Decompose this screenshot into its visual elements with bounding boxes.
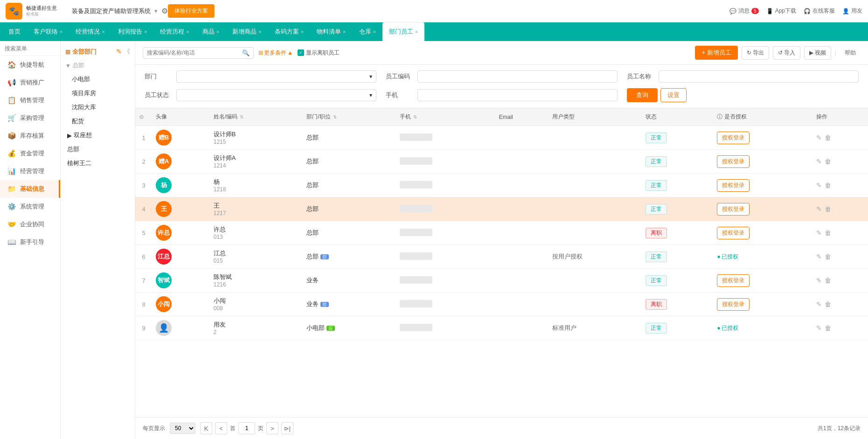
phone-input[interactable] bbox=[417, 89, 618, 101]
col-settings-header[interactable]: ⚙ bbox=[135, 108, 152, 126]
sidebar-search-input[interactable] bbox=[5, 45, 61, 52]
nav-tab-bom[interactable]: 物料清单 × bbox=[310, 22, 352, 41]
nav-tab-goods[interactable]: 商品 × bbox=[196, 22, 226, 41]
message-btn[interactable]: 💬 消息 5 bbox=[729, 7, 759, 15]
edit-icon[interactable]: ✎ bbox=[816, 300, 822, 308]
nav-tab-home[interactable]: 首页 bbox=[2, 22, 27, 41]
import-button[interactable]: ↺ 导入 bbox=[773, 46, 800, 60]
page-number-input[interactable] bbox=[238, 422, 255, 434]
close-icon[interactable]: × bbox=[373, 29, 376, 35]
edit-icon[interactable]: ✎ bbox=[816, 134, 822, 141]
sidebar-item-sales[interactable]: 📋 销售管理 bbox=[0, 91, 60, 109]
edit-icon[interactable]: ✎ bbox=[816, 229, 822, 237]
tree-item-plant-tree[interactable]: 植树王二 bbox=[61, 156, 135, 170]
nav-tab-operation-history[interactable]: 经营历程 × bbox=[153, 22, 195, 41]
nav-tab-customer[interactable]: 客户联络 × bbox=[27, 22, 69, 41]
delete-icon[interactable]: 🗑 bbox=[825, 134, 831, 141]
delete-icon[interactable]: 🗑 bbox=[825, 158, 831, 165]
close-icon[interactable]: × bbox=[301, 29, 304, 35]
close-icon[interactable]: × bbox=[186, 29, 189, 35]
edit-icon[interactable]: ✎ bbox=[816, 324, 822, 332]
sidebar-item-operation[interactable]: 📊 经营管理 bbox=[0, 162, 60, 180]
app-download-btn[interactable]: 📱 App下载 bbox=[766, 7, 796, 15]
nav-tab-operation-status[interactable]: 经营情况 × bbox=[69, 22, 111, 41]
delete-icon[interactable]: 🗑 bbox=[825, 205, 831, 213]
sidebar-item-system[interactable]: ⚙️ 系统管理 bbox=[0, 198, 60, 216]
sidebar-item-guide[interactable]: 📖 新手引导 bbox=[0, 233, 60, 251]
col-phone[interactable]: 手机 ⇅ bbox=[396, 108, 495, 126]
next-page-btn[interactable]: > bbox=[266, 422, 278, 434]
col-dept-position[interactable]: 部门/职位 ⇅ bbox=[303, 108, 396, 126]
edit-icon[interactable]: ✎ bbox=[816, 205, 822, 213]
close-icon[interactable]: × bbox=[60, 29, 62, 35]
sidebar-item-quick-nav[interactable]: 🏠 快捷导航 bbox=[0, 56, 60, 74]
dept-select[interactable]: ▾ bbox=[176, 70, 376, 83]
tree-item-project-storage[interactable]: 项目库房 bbox=[61, 86, 135, 100]
per-page-select[interactable]: 50 100 bbox=[170, 423, 195, 434]
tree-item-headquarters[interactable]: 总部 bbox=[61, 142, 135, 156]
edit-icon[interactable]: ✎ bbox=[816, 181, 822, 189]
auth-login-button[interactable]: 授权登录 bbox=[717, 132, 750, 144]
nav-tab-profit[interactable]: 利润报告 × bbox=[111, 22, 153, 41]
add-employee-button[interactable]: + 新增员工 bbox=[695, 46, 737, 60]
nav-tab-barcode[interactable]: 条码方案 × bbox=[268, 22, 310, 41]
close-icon[interactable]: × bbox=[258, 29, 261, 35]
sidebar-item-basic-info[interactable]: 📁 基础信息 bbox=[0, 180, 60, 198]
sidebar-item-finance[interactable]: 💰 资金管理 bbox=[0, 145, 60, 162]
edit-icon[interactable]: ✎ bbox=[816, 277, 822, 284]
tree-item-shenyang[interactable]: 沈阳大库 bbox=[61, 100, 135, 114]
close-icon[interactable]: × bbox=[144, 29, 147, 35]
first-page-btn[interactable]: K bbox=[200, 422, 212, 434]
tree-item-distribution[interactable]: 配货 bbox=[61, 114, 135, 128]
help-button[interactable]: 帮助 bbox=[840, 47, 861, 59]
tree-expand-icon2[interactable]: ▶ bbox=[67, 132, 72, 139]
auth-login-button[interactable]: 授权登录 bbox=[717, 298, 750, 311]
dropdown-icon[interactable]: ▾ bbox=[154, 7, 158, 14]
close-icon[interactable]: × bbox=[343, 29, 346, 35]
nav-tab-warehouse[interactable]: 仓库 × bbox=[353, 22, 382, 41]
sidebar-item-inventory[interactable]: 📦 库存核算 bbox=[0, 127, 60, 145]
delete-icon[interactable]: 🗑 bbox=[825, 229, 831, 237]
view-button[interactable]: ▶ 视频 bbox=[804, 46, 831, 60]
delete-icon[interactable]: 🗑 bbox=[825, 253, 831, 260]
nav-tab-dept-staff[interactable]: 部门员工 × bbox=[382, 22, 424, 41]
sidebar-item-cooperation[interactable]: 🤝 企业协同 bbox=[0, 216, 60, 233]
trial-button[interactable]: 体验行业方案 bbox=[168, 4, 215, 18]
emp-name-input[interactable] bbox=[659, 70, 859, 83]
auth-login-button[interactable]: 授权登录 bbox=[717, 179, 750, 192]
edit-icon[interactable]: ✎ bbox=[816, 158, 822, 165]
user-btn[interactable]: 👤 用友 bbox=[842, 7, 862, 15]
query-button[interactable]: 查询 bbox=[627, 88, 658, 102]
auth-login-button[interactable]: 授权登录 bbox=[717, 227, 750, 239]
edit-icon[interactable]: ✎ bbox=[816, 253, 822, 260]
export-button[interactable]: ↻ 导出 bbox=[742, 46, 769, 60]
auth-login-button[interactable]: 授权登录 bbox=[717, 203, 750, 216]
delete-icon[interactable]: 🗑 bbox=[825, 324, 831, 332]
auth-login-button[interactable]: 授权登录 bbox=[717, 274, 750, 287]
emp-code-input[interactable] bbox=[417, 70, 618, 83]
close-icon-dept[interactable]: × bbox=[415, 29, 418, 35]
dept-collapse-icon[interactable]: 《 bbox=[124, 48, 130, 56]
dept-edit-icon[interactable]: ✎ bbox=[116, 48, 122, 56]
nav-tab-add-goods[interactable]: 新增商品 × bbox=[226, 22, 268, 41]
tree-expand-icon[interactable]: ▼ bbox=[65, 63, 71, 69]
delete-icon[interactable]: 🗑 bbox=[825, 181, 831, 189]
col-name-code[interactable]: 姓名/编码 ⇅ bbox=[210, 108, 303, 126]
close-icon[interactable]: × bbox=[216, 29, 219, 35]
show-resigned-checkbox[interactable]: ✓ bbox=[298, 49, 304, 56]
last-page-btn[interactable]: ⊳| bbox=[281, 422, 293, 434]
more-conditions-btn[interactable]: ⊞ 更多条件 ▲ bbox=[258, 49, 293, 57]
online-service-btn[interactable]: 🎧 在线客服 bbox=[804, 7, 835, 15]
col-settings-icon[interactable]: ⚙ bbox=[139, 114, 144, 120]
close-icon[interactable]: × bbox=[102, 29, 104, 35]
auth-login-button[interactable]: 授权登录 bbox=[717, 155, 750, 168]
search-input[interactable] bbox=[147, 49, 240, 56]
sidebar-item-marketing[interactable]: 📢 营销推广 bbox=[0, 74, 60, 91]
emp-status-select[interactable]: ▾ bbox=[176, 89, 376, 101]
sidebar-item-purchase[interactable]: 🛒 采购管理 bbox=[0, 109, 60, 127]
tree-item-small-electric[interactable]: 小电部 bbox=[61, 72, 135, 86]
prev-page-btn[interactable]: < bbox=[215, 422, 227, 434]
delete-icon[interactable]: 🗑 bbox=[825, 277, 831, 284]
set-button[interactable]: 设置 bbox=[660, 88, 687, 102]
tree-item-expand-double[interactable]: ▶ 双座想 bbox=[61, 128, 135, 142]
